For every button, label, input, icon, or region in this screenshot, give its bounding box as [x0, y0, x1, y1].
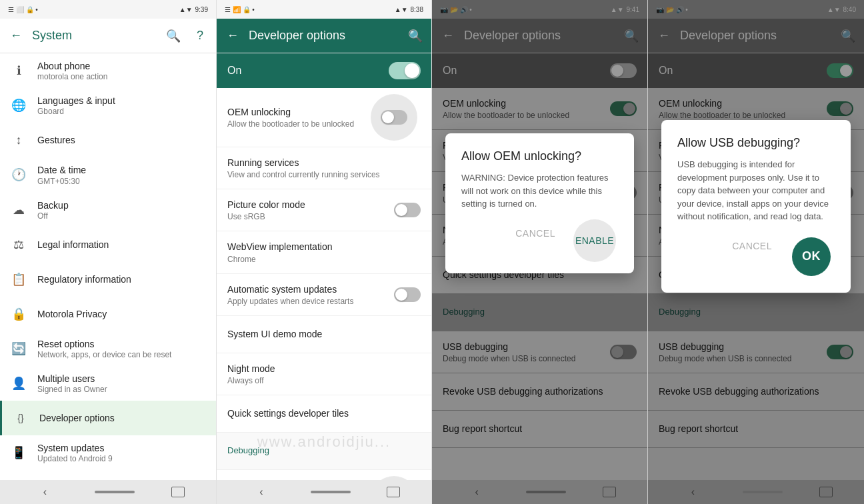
regulatory-icon: 📋 — [11, 271, 27, 287]
settings-color-2[interactable]: Picture color mode Use sRGB — [217, 189, 431, 231]
settings-oem-unlocking-2[interactable]: OEM unlocking Allow the bootloader to be… — [217, 88, 431, 147]
wifi-icon-1: ▲▼ — [179, 6, 193, 13]
status-bar-1: ☰ ⬜ 🔒 • ▲▼ 9:39 — [0, 0, 216, 19]
sidebar-item-privacy[interactable]: 🔒 Motorola Privacy — [0, 297, 216, 331]
night-text-2: Night mode Always off — [227, 363, 421, 385]
oem-enable-container: Enable — [571, 224, 618, 257]
settings-auto-updates-2[interactable]: Automatic system updates Apply updates w… — [217, 274, 431, 316]
sidebar-item-backup[interactable]: ☁ Backup Off — [0, 193, 216, 227]
sidebar-item-about[interactable]: ℹ About phone motorola one action — [0, 53, 216, 88]
sidebar-list: ℹ About phone motorola one action 🌐 Lang… — [0, 53, 216, 480]
status-bar-2: ☰ 📶 🔒 • ▲▼ 8:38 — [217, 0, 431, 19]
sidebar-item-privacy-text: Motorola Privacy — [37, 308, 205, 320]
sidebar-item-updates-text: System updates Updated to Android 9 — [37, 442, 205, 463]
dev-toggle-row-2: On — [217, 53, 431, 88]
sidebar-item-users[interactable]: 👤 Multiple users Signed in as Owner — [0, 366, 216, 401]
legal-icon: ⚖ — [11, 237, 27, 253]
developer-icon: {} — [13, 410, 29, 426]
usb-toggle-circle-2 — [371, 476, 417, 480]
usb-cancel-button[interactable]: Cancel — [727, 237, 777, 277]
about-icon: ℹ — [11, 63, 27, 79]
system-panel: ☰ ⬜ 🔒 • ▲▼ 9:39 ← System 🔍 ? ℹ About pho… — [0, 0, 217, 504]
users-icon: 👤 — [11, 375, 27, 391]
home-pill-1[interactable] — [95, 491, 135, 493]
back-nav-2[interactable]: ‹ — [248, 484, 275, 500]
sidebar-item-languages[interactable]: 🌐 Languages & input Gboard — [0, 88, 216, 123]
webview-text-2: WebView implementation Chrome — [227, 241, 421, 263]
back-button-2[interactable]: ← — [222, 25, 243, 47]
settings-usb-2[interactable]: USB debugging Debug mode when USB is con… — [217, 470, 431, 480]
oem-text-2: OEM unlocking Allow the bootloader to be… — [227, 106, 367, 129]
sidebar-item-reset[interactable]: 🔄 Reset options Network, apps, or device… — [0, 331, 216, 366]
settings-webview-2[interactable]: WebView implementation Chrome — [217, 231, 431, 273]
usb-dialog-body: USB debugging is intended for developmen… — [677, 158, 835, 223]
search-button-2[interactable]: 🔍 — [405, 25, 426, 47]
search-button-1[interactable]: 🔍 — [163, 25, 184, 47]
time-2: 8:38 — [411, 6, 423, 13]
oem-toggle-2[interactable] — [381, 110, 407, 125]
usb-dialog-actions: Cancel OK — [677, 237, 835, 277]
back-button-1[interactable]: ← — [5, 25, 27, 47]
color-toggle-2[interactable] — [394, 203, 421, 217]
status-icons-right-1: ▲▼ 9:39 — [179, 6, 208, 13]
notification-icons-1: ☰ ⬜ 🔒 • — [8, 6, 38, 13]
help-button-1[interactable]: ? — [189, 25, 211, 47]
sidebar-item-legal[interactable]: ⚖ Legal information — [0, 227, 216, 262]
auto-updates-toggle-2[interactable] — [394, 287, 421, 302]
oem-cancel-button[interactable]: Cancel — [510, 224, 561, 257]
sidebar-item-developer[interactable]: {} Developer options — [0, 401, 216, 435]
oem-enable-button[interactable]: Enable — [570, 231, 619, 250]
app-bar-2: ← Developer options 🔍 — [217, 19, 431, 53]
settings-night-2[interactable]: Night mode Always off — [217, 353, 431, 395]
sidebar-item-reset-text: Reset options Network, apps, or device c… — [37, 338, 205, 359]
sidebar-item-gestures-text: Gestures — [37, 134, 205, 146]
gestures-icon: ↕ — [11, 132, 27, 148]
sidebar-item-regulatory[interactable]: 📋 Regulatory information — [0, 262, 216, 297]
time-1: 9:39 — [195, 6, 208, 13]
settings-running-2[interactable]: Running services View and control curren… — [217, 147, 431, 189]
reset-icon: 🔄 — [11, 341, 27, 357]
status-icons-left-1: ☰ ⬜ 🔒 • — [8, 6, 38, 13]
usb-ok-button[interactable]: OK — [792, 237, 831, 276]
status-icons-left-2: ☰ 📶 🔒 • — [225, 6, 255, 13]
status-icons-right-2: ▲▼ 8:38 — [395, 6, 423, 13]
home-pill-2[interactable] — [311, 491, 351, 493]
main-toggle-2[interactable] — [389, 62, 421, 79]
running-text-2: Running services View and control curren… — [227, 157, 421, 179]
languages-icon: 🌐 — [11, 97, 27, 113]
sidebar-item-backup-text: Backup Off — [37, 199, 205, 221]
settings-quicktiles-2[interactable]: Quick settings developer tiles — [217, 395, 431, 433]
oem-dialog-actions: Cancel Enable — [461, 224, 618, 257]
datetime-icon: 🕐 — [11, 167, 27, 183]
wifi-icon-2: ▲▼ — [395, 6, 408, 13]
app-bar-title-2: Developer options — [249, 29, 399, 43]
sidebar-item-datetime[interactable]: 🕐 Date & time GMT+05:30 — [0, 157, 216, 192]
usb-toggle-container-2 — [367, 479, 421, 480]
sidebar-item-regulatory-text: Regulatory information — [37, 273, 205, 285]
usb-dialog-title: Allow USB debugging? — [677, 136, 835, 150]
sidebar-item-developer-text: Developer options — [39, 412, 205, 424]
usb-dialog: Allow USB debugging? USB debugging is in… — [661, 120, 851, 293]
sidebar-item-users-text: Multiple users Signed in as Owner — [37, 373, 205, 394]
notif-icons-2: ☰ 📶 🔒 • — [225, 6, 255, 13]
developer-panel-1: ☰ 📶 🔒 • ▲▼ 8:38 ← Developer options 🔍 On… — [217, 0, 432, 504]
settings-list-2: OEM unlocking Allow the bootloader to be… — [217, 88, 431, 480]
back-nav-1[interactable]: ‹ — [31, 484, 58, 500]
dev-toggle-label-2: On — [227, 65, 389, 77]
oem-dialog-body: WARNING: Device protection features will… — [461, 171, 618, 211]
usb-ok-container: OK — [788, 237, 835, 277]
developer-panel-3: 📷 📂 🔊 • ▲▼ 8:40 ← Developer options 🔍 On… — [648, 0, 864, 504]
settings-demo-2[interactable]: System UI demo mode — [217, 316, 431, 353]
sidebar-item-updates[interactable]: 📱 System updates Updated to Android 9 — [0, 435, 216, 470]
oem-dialog: Allow OEM unlocking? WARNING: Device pro… — [445, 133, 634, 273]
updates-icon: 📱 — [11, 445, 27, 461]
oem-dialog-title: Allow OEM unlocking? — [461, 149, 618, 163]
settings-debugging-header-2: Debugging — [217, 433, 431, 470]
sidebar-item-legal-text: Legal information — [37, 239, 205, 251]
recents-nav-1[interactable] — [171, 487, 185, 497]
oem-toggle-container-2 — [367, 97, 421, 137]
recents-nav-2[interactable] — [387, 487, 400, 497]
privacy-icon: 🔒 — [11, 306, 27, 322]
sidebar-item-gestures[interactable]: ↕ Gestures — [0, 123, 216, 157]
backup-icon: ☁ — [11, 202, 27, 218]
